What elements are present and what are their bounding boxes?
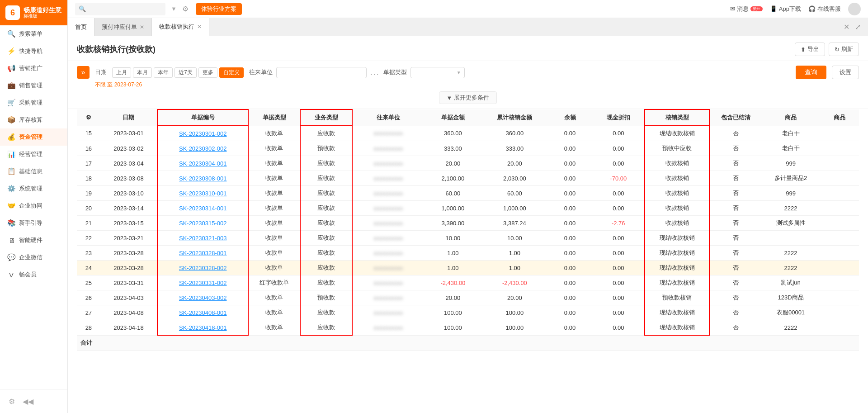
date-btn-custom[interactable]: 自定义 <box>219 67 244 78</box>
logo-sub: 标推版 <box>24 14 61 19</box>
cell-biz-type: 应收款 <box>300 246 352 261</box>
cell-cancel-type: 预收款核销 <box>645 290 710 305</box>
cell-doc-no: SK-20230308-001 <box>157 171 248 186</box>
cell-doc-no: SK-20230403-002 <box>157 290 248 305</box>
sidebar-label-3: 销售管理 <box>19 81 42 90</box>
message-btn[interactable]: ✉ 消息 99+ <box>730 5 763 13</box>
sidebar-item-3[interactable]: 💼销售管理 <box>0 77 67 94</box>
tab-home[interactable]: 首页 <box>68 18 94 36</box>
sidebar-settings-btn[interactable]: ⚙ <box>5 395 18 408</box>
cell-no: 15 <box>77 126 100 141</box>
sidebar-item-12[interactable]: 🖥智能硬件 <box>0 232 67 249</box>
cell-date: 2023-03-14 <box>100 201 157 216</box>
expand-more-btn[interactable]: ▼ 展开更多条件 <box>439 91 497 104</box>
date-btn-more[interactable]: 更多 <box>198 67 217 78</box>
sidebar-collapse-btn[interactable]: ◀◀ <box>22 395 34 408</box>
cell-discount: 0.00 <box>593 156 645 171</box>
tab-prepay[interactable]: 预付冲应付单 ✕ <box>94 18 152 36</box>
cell-verified: 360.00 <box>482 126 547 141</box>
cell-partner: xxxxxxxxxx <box>352 141 424 156</box>
col-goods1: 商品 <box>761 109 820 126</box>
chevron-down-icon: ▼ <box>171 5 177 12</box>
collection-tab-close[interactable]: ✕ <box>197 24 202 29</box>
gear-icon[interactable]: ⚙ <box>182 5 189 13</box>
cell-discount: -70.00 <box>593 171 645 186</box>
sidebar-item-0[interactable]: 🔍搜索菜单 <box>0 25 67 43</box>
partner-input[interactable] <box>276 67 367 78</box>
cell-balance: 0.00 <box>547 320 593 336</box>
cell-amount: 333.00 <box>424 141 482 156</box>
close-tab-btn[interactable]: ✕ <box>842 21 851 33</box>
cell-biz-type: 应收款 <box>300 305 352 320</box>
date-range-display: 不限 至 2023-07-26 <box>95 81 142 88</box>
query-button[interactable]: 查询 <box>796 66 826 79</box>
date-btn-7days[interactable]: 近7天 <box>175 67 197 78</box>
sidebar-item-9[interactable]: ⚙️系统管理 <box>0 180 67 197</box>
prepay-tab-close[interactable]: ✕ <box>140 24 144 30</box>
sidebar-item-4[interactable]: 🛒采购管理 <box>0 94 67 111</box>
sidebar-item-14[interactable]: V畅会员 <box>0 266 67 283</box>
cell-partner: xxxxxxxxxx <box>352 290 424 305</box>
cell-date: 2023-03-28 <box>100 261 157 275</box>
sidebar-label-7: 经营管理 <box>19 150 42 158</box>
cell-partner: xxxxxxxxxx <box>352 320 424 336</box>
sidebar-bottom: ⚙ ◀◀ <box>0 389 67 413</box>
cell-goods2 <box>820 231 859 246</box>
export-button[interactable]: ⬆ 导出 <box>795 43 825 56</box>
app-download-btn[interactable]: 📱 App下载 <box>770 5 801 13</box>
sidebar-item-8[interactable]: 📋基础信息 <box>0 163 67 180</box>
table-row: 26 2023-04-03 SK-20230403-002 收款单 预收款 xx… <box>77 290 859 305</box>
sidebar-item-2[interactable]: 📢营销推广 <box>0 60 67 77</box>
cell-discount: 0.00 <box>593 126 645 141</box>
table-row: 23 2023-03-28 SK-20230328-001 收款单 应收款 xx… <box>77 246 859 261</box>
sidebar-icon-4: 🛒 <box>7 99 15 107</box>
sidebar-item-7[interactable]: 📊经营管理 <box>0 146 67 163</box>
cell-goods2 <box>820 216 859 231</box>
cell-goods2 <box>820 126 859 141</box>
cell-no: 24 <box>77 261 100 275</box>
cell-goods2 <box>820 201 859 216</box>
cell-amount: 60.00 <box>424 186 482 201</box>
cell-partner: xxxxxxxxxx <box>352 246 424 261</box>
cell-balance: 0.00 <box>547 305 593 320</box>
sidebar-item-10[interactable]: 🤝企业协同 <box>0 197 67 214</box>
cell-doc-type: 收款单 <box>248 320 300 336</box>
solution-button[interactable]: 体验行业方案 <box>196 3 242 15</box>
sidebar-label-14: 畅会员 <box>19 271 37 279</box>
cell-balance: 0.00 <box>547 126 593 141</box>
sidebar-item-13[interactable]: 💬企业微信 <box>0 249 67 266</box>
cell-no: 26 <box>77 290 100 305</box>
col-verified: 累计核销金额 <box>482 109 547 126</box>
service-btn[interactable]: 🎧 在线客服 <box>808 5 841 13</box>
sidebar-item-1[interactable]: ⚡快捷导航 <box>0 43 67 60</box>
cell-goods1: 2222 <box>761 201 820 216</box>
cell-balance: 0.00 <box>547 156 593 171</box>
cell-goods2 <box>820 275 859 290</box>
cell-doc-no: SK-20230408-001 <box>157 305 248 320</box>
col-settings[interactable]: ⚙ <box>77 109 100 126</box>
setting-button[interactable]: 设置 <box>832 66 859 79</box>
filter-expand-btn[interactable]: » <box>77 66 90 79</box>
doc-type-select[interactable] <box>410 67 465 78</box>
cell-goods1 <box>761 231 820 246</box>
cell-doc-no: SK-20230328-001 <box>157 246 248 261</box>
date-btn-this-year[interactable]: 本年 <box>154 67 173 78</box>
date-btn-this-month[interactable]: 本月 <box>133 67 152 78</box>
cell-goods2 <box>820 186 859 201</box>
cell-discount: 0.00 <box>593 305 645 320</box>
cell-balance: 0.00 <box>547 186 593 201</box>
search-input[interactable] <box>88 6 162 12</box>
cell-partner: xxxxxxxxxx <box>352 186 424 201</box>
sidebar-item-5[interactable]: 📦库存核算 <box>0 111 67 128</box>
logo-icon: 6 <box>5 5 20 20</box>
date-filter-label: 日期 <box>95 68 107 76</box>
cell-doc-type: 收款单 <box>248 261 300 275</box>
date-btn-last-month[interactable]: 上月 <box>112 67 131 78</box>
table-row: 27 2023-04-08 SK-20230408-001 收款单 应收款 xx… <box>77 305 859 320</box>
sidebar-item-6[interactable]: 💰资金管理 <box>0 128 67 146</box>
message-icon: ✉ <box>730 5 735 12</box>
expand-tab-btn[interactable]: ⤢ <box>853 21 863 33</box>
sidebar-item-11[interactable]: 📚新手引导 <box>0 214 67 232</box>
refresh-button[interactable]: ↻ 刷新 <box>829 43 859 56</box>
tab-collection[interactable]: 收款核销执行 ✕ <box>152 18 209 36</box>
